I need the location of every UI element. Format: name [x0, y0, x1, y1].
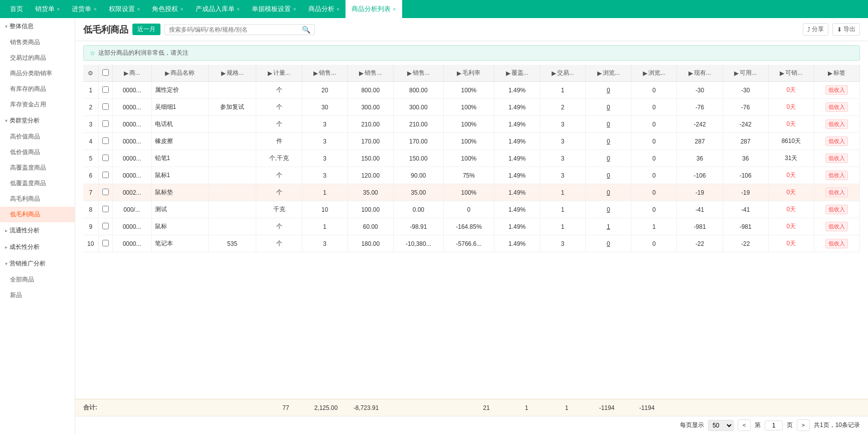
sidebar-item-traded-goods[interactable]: 交易过的商品	[0, 50, 75, 66]
row-browse-cnt1[interactable]: 0	[586, 133, 631, 150]
row-checkbox[interactable]	[98, 99, 112, 116]
nav-item-template[interactable]: 单据模板设置 ×	[246, 0, 302, 18]
nav-item-sales[interactable]: 销货单 ×	[29, 0, 66, 18]
col-spec-header[interactable]: ▶规格...	[208, 65, 256, 82]
col-code-header[interactable]: ▶商...	[112, 65, 151, 82]
col-stock-now-header[interactable]: ▶现有...	[677, 65, 723, 82]
row-select-checkbox[interactable]	[102, 189, 109, 195]
row-stock-now: -19	[677, 184, 723, 201]
table-wrapper[interactable]: ⚙ ▶商... ▶商品名称 ▶规格... ▶计量... ▶销售... ▶销售..…	[75, 65, 868, 399]
row-sales-amount: 35.00	[393, 184, 443, 201]
row-checkbox[interactable]	[98, 201, 112, 218]
col-stock-sale-header[interactable]: ▶可销...	[768, 65, 814, 82]
row-select-checkbox[interactable]	[102, 103, 109, 110]
col-stock-avail-header[interactable]: ▶可用...	[723, 65, 768, 82]
col-sales-amount-header[interactable]: ▶销售...	[393, 65, 443, 82]
col-gross-rate-header[interactable]: ▶毛利率	[443, 65, 494, 82]
close-icon[interactable]: ×	[57, 6, 60, 12]
row-select-checkbox[interactable]	[102, 137, 109, 144]
row-browse-cnt1[interactable]: 0	[586, 116, 631, 133]
row-select-checkbox[interactable]	[102, 120, 109, 127]
row-browse-cnt1[interactable]: 0	[586, 167, 631, 184]
row-checkbox[interactable]	[98, 82, 112, 99]
time-filter-button[interactable]: 近一月	[132, 24, 160, 35]
col-sales-price-header[interactable]: ▶销售...	[348, 65, 393, 82]
col-name-header[interactable]: ▶商品名称	[151, 65, 208, 82]
row-checkbox[interactable]	[98, 167, 112, 184]
row-select-checkbox[interactable]	[102, 240, 109, 246]
sidebar-group-flow[interactable]: ▸ 流通性分析	[0, 222, 75, 239]
per-page-select[interactable]: 50 100 200	[708, 420, 734, 431]
col-cover-rate-header[interactable]: ▶覆盖...	[494, 65, 540, 82]
row-browse-cnt1[interactable]: 1	[586, 218, 631, 235]
nav-item-analysis-list[interactable]: 商品分析列表 ×	[345, 0, 402, 18]
sidebar-group-marketing[interactable]: ▾ 营销推广分析	[0, 255, 75, 272]
sidebar-item-high-coverage[interactable]: 高覆盖度商品	[0, 160, 75, 176]
col-settings[interactable]: ⚙	[83, 65, 98, 82]
row-browse-cnt1[interactable]: 0	[586, 201, 631, 218]
chevron-down-icon: ▾	[5, 261, 8, 266]
sidebar-group-cluster[interactable]: ▾ 类群堂分析	[0, 112, 75, 129]
sidebar-item-category-rate[interactable]: 商品分类助销率	[0, 66, 75, 81]
sidebar-item-all-goods[interactable]: 全部商品	[0, 272, 75, 287]
close-icon[interactable]: ×	[293, 6, 296, 12]
row-select-checkbox[interactable]	[102, 206, 109, 212]
close-icon[interactable]: ×	[180, 6, 183, 12]
sidebar-item-capital[interactable]: 库存资金占用	[0, 97, 75, 112]
export-button[interactable]: ⬇ 导出	[832, 23, 860, 36]
col-browse-cnt1-header[interactable]: ▶浏览...	[586, 65, 631, 82]
row-checkbox[interactable]	[98, 218, 112, 235]
col-sales-qty-header[interactable]: ▶销售...	[302, 65, 348, 82]
sidebar-item-sales-goods[interactable]: 销售类商品	[0, 35, 75, 50]
sidebar-item-low-margin[interactable]: 低毛利商品	[0, 207, 75, 222]
close-icon[interactable]: ×	[237, 6, 240, 12]
row-browse-cnt1[interactable]: 0	[586, 150, 631, 167]
sidebar-group-growth[interactable]: ▸ 成长性分析	[0, 239, 75, 255]
nav-item-analysis[interactable]: 商品分析 ×	[302, 0, 345, 18]
sidebar-item-high-value[interactable]: 高价值商品	[0, 129, 75, 144]
row-browse-cnt1[interactable]: 0	[586, 82, 631, 99]
row-checkbox[interactable]	[98, 235, 112, 252]
next-page-button[interactable]: ＞	[797, 419, 810, 431]
sidebar-item-low-coverage[interactable]: 低覆盖度商品	[0, 176, 75, 191]
row-browse-cnt1[interactable]: 0	[586, 184, 631, 201]
row-checkbox[interactable]	[98, 133, 112, 150]
row-select-checkbox[interactable]	[102, 155, 109, 161]
row-select-checkbox[interactable]	[102, 223, 109, 229]
row-browse-cnt1[interactable]: 0	[586, 99, 631, 116]
col-unit-header[interactable]: ▶计量...	[256, 65, 302, 82]
row-select-checkbox[interactable]	[102, 172, 109, 178]
sidebar-item-in-stock[interactable]: 有库存的商品	[0, 81, 75, 97]
sidebar-item-high-margin[interactable]: 高毛利商品	[0, 191, 75, 207]
col-browse-cnt2-header[interactable]: ▶浏览...	[631, 65, 677, 82]
col-check-header[interactable]	[98, 65, 112, 82]
share-button[interactable]: ⤴ 分享	[803, 23, 828, 36]
nav-item-purchase[interactable]: 进货单 ×	[66, 0, 102, 18]
sidebar-item-new-goods[interactable]: 新品	[0, 287, 75, 303]
close-icon[interactable]: ×	[336, 6, 339, 12]
col-trade-cnt-header[interactable]: ▶交易...	[540, 65, 586, 82]
row-unit: 个	[256, 99, 302, 116]
search-box[interactable]: 🔍	[164, 24, 315, 35]
nav-item-permission[interactable]: 权限设置 ×	[103, 0, 146, 18]
row-checkbox[interactable]	[98, 116, 112, 133]
page-number-input[interactable]	[765, 420, 783, 430]
close-icon[interactable]: ×	[137, 6, 140, 12]
row-browse-cnt1[interactable]: 0	[586, 235, 631, 252]
row-select-checkbox[interactable]	[102, 86, 109, 93]
nav-item-role[interactable]: 角色授权 ×	[146, 0, 189, 18]
select-all-checkbox[interactable]	[102, 69, 109, 76]
sidebar-item-low-value[interactable]: 低价值商品	[0, 144, 75, 160]
close-icon[interactable]: ×	[393, 6, 396, 12]
sidebar-group-overall[interactable]: ▾ 整体信息	[0, 18, 75, 35]
col-tag-header[interactable]: ▶标签	[814, 65, 859, 82]
close-icon[interactable]: ×	[93, 6, 96, 12]
row-checkbox[interactable]	[98, 150, 112, 167]
prev-page-button[interactable]: ＜	[738, 419, 751, 431]
search-icon[interactable]: 🔍	[302, 26, 310, 34]
row-checkbox[interactable]	[98, 184, 112, 201]
nav-item-home[interactable]: 首页	[4, 0, 29, 18]
nav-item-product-in[interactable]: 产成品入库单 ×	[190, 0, 246, 18]
search-input[interactable]	[169, 26, 302, 33]
row-sales-amount: 170.00	[393, 133, 443, 150]
